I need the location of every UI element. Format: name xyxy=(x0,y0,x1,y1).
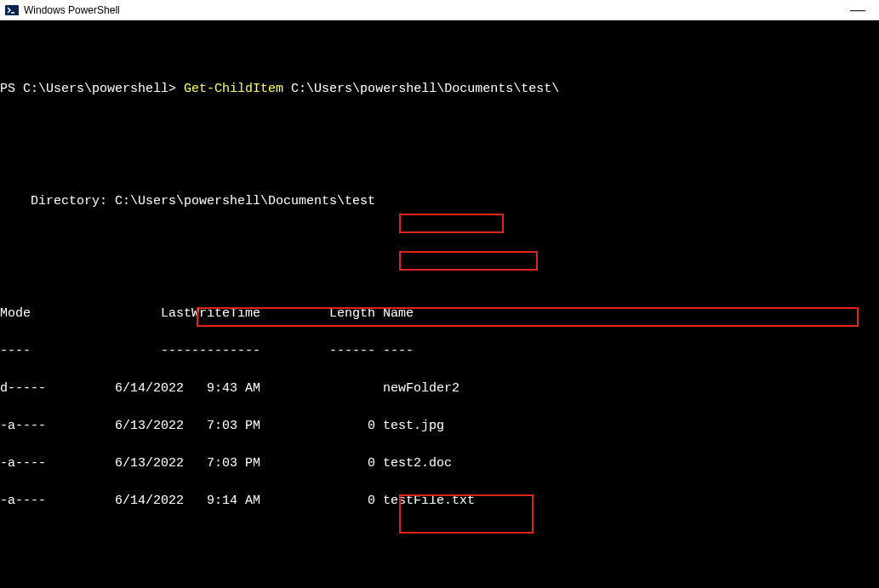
powershell-icon xyxy=(5,3,19,17)
listing-row: -a---- 6/14/2022 9:14 AM 0 testFile.txt xyxy=(0,492,879,511)
svg-rect-0 xyxy=(5,5,19,15)
blank-line xyxy=(0,567,879,585)
blank-line xyxy=(0,117,879,136)
column-dashes: ---- ------------- ------ ---- xyxy=(0,342,879,361)
blank-line xyxy=(0,43,879,61)
window-title: Windows PowerShell xyxy=(24,4,120,16)
cmdlet-get-childitem: Get-ChildItem xyxy=(184,82,283,96)
blank-line xyxy=(0,155,879,174)
blank-line xyxy=(0,529,879,548)
minimize-button[interactable]: — xyxy=(850,1,874,19)
directory-header: Directory: C:\Users\powershell\Documents… xyxy=(0,192,879,211)
titlebar[interactable]: Windows PowerShell — xyxy=(0,0,879,20)
listing-row: -a---- 6/13/2022 7:03 PM 0 test.jpg xyxy=(0,417,879,436)
column-header: Mode LastWriteTime Length Name xyxy=(0,305,879,323)
prompt-line-1: PS C:\Users\powershell> Get-ChildItem C:… xyxy=(0,80,879,99)
listing-row: d----- 6/14/2022 9:43 AM newFolder2 xyxy=(0,380,879,398)
blank-line xyxy=(0,267,879,286)
listing-row: -a---- 6/13/2022 7:03 PM 0 test2.doc xyxy=(0,454,879,473)
terminal-area[interactable]: PS C:\Users\powershell> Get-ChildItem C:… xyxy=(0,20,879,588)
blank-line xyxy=(0,230,879,248)
